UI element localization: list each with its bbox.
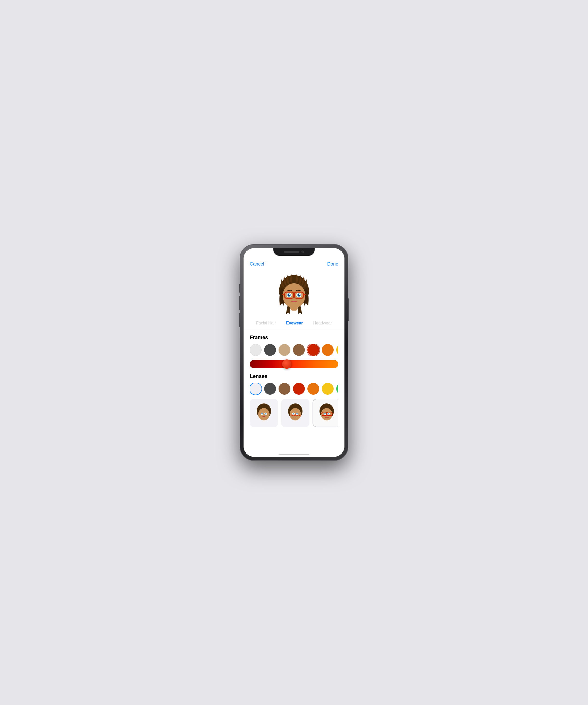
svg-point-23 xyxy=(265,413,266,415)
frames-section-title: Frames xyxy=(250,334,338,340)
svg-line-6 xyxy=(283,295,285,295)
svg-line-7 xyxy=(303,295,305,295)
swatch-dark-gray[interactable] xyxy=(264,344,276,356)
lenses-swatch-clear[interactable] xyxy=(250,383,262,395)
svg-point-16 xyxy=(292,297,293,299)
svg-point-19 xyxy=(258,408,270,420)
svg-point-27 xyxy=(293,413,294,415)
frames-slider-track[interactable] xyxy=(250,360,338,368)
done-button[interactable]: Done xyxy=(327,262,338,267)
thumbnail-full-frame-svg xyxy=(315,402,338,425)
svg-point-1 xyxy=(283,283,305,308)
lenses-swatch-red[interactable] xyxy=(293,383,305,395)
volume-up-button[interactable] xyxy=(239,296,240,310)
svg-point-11 xyxy=(289,294,290,295)
speaker xyxy=(284,251,300,253)
home-bar xyxy=(279,454,309,455)
avatar-area xyxy=(243,270,345,319)
tab-bar: Facial Hair Eyewear Headwear xyxy=(243,319,345,330)
cancel-button[interactable]: Cancel xyxy=(250,262,264,267)
lenses-swatch-dark-gray[interactable] xyxy=(264,383,276,395)
swatch-tan[interactable] xyxy=(279,344,290,356)
scroll-content: Frames xyxy=(243,330,345,449)
screen: Cancel Done xyxy=(243,248,345,457)
home-indicator xyxy=(243,449,345,457)
notch xyxy=(273,248,315,256)
volume-down-button[interactable] xyxy=(239,313,240,327)
lenses-swatch-brown[interactable] xyxy=(279,383,290,395)
tab-headwear[interactable]: Headwear xyxy=(308,319,337,328)
front-camera xyxy=(302,250,304,253)
header: Cancel Done xyxy=(243,260,345,270)
tab-facial-hair[interactable]: Facial Hair xyxy=(251,319,281,328)
mute-button[interactable] xyxy=(239,284,240,292)
thumbnail-half-frame-svg xyxy=(284,402,307,425)
thumbnail-no-glasses-svg xyxy=(252,402,275,425)
svg-rect-2 xyxy=(290,306,298,311)
thumbnail-full-frame[interactable] xyxy=(313,399,338,427)
lenses-swatch-yellow[interactable] xyxy=(322,383,334,395)
lenses-color-swatches xyxy=(250,383,338,395)
memoji-avatar xyxy=(273,273,315,314)
svg-point-29 xyxy=(296,413,298,415)
svg-point-15 xyxy=(299,294,300,295)
svg-point-36 xyxy=(328,413,329,415)
thumbnail-half-frame[interactable] xyxy=(281,399,309,427)
thumbnail-no-glasses[interactable] xyxy=(250,399,278,427)
style-thumbnails xyxy=(250,399,338,427)
swatch-yellow[interactable] xyxy=(336,344,338,356)
svg-point-21 xyxy=(261,413,263,415)
lenses-section-title: Lenses xyxy=(250,373,338,379)
lenses-swatch-green[interactable] xyxy=(336,383,338,395)
frames-slider-thumb[interactable] xyxy=(282,360,291,369)
phone-device: Cancel Done xyxy=(240,244,348,461)
frames-slider-container xyxy=(250,360,338,368)
svg-point-34 xyxy=(324,413,326,415)
power-button[interactable] xyxy=(348,298,349,321)
app-content: Cancel Done xyxy=(243,260,345,457)
svg-point-17 xyxy=(295,297,296,299)
swatch-brown[interactable] xyxy=(293,344,305,356)
lenses-swatch-orange[interactable] xyxy=(307,383,319,395)
swatch-red[interactable] xyxy=(307,344,319,356)
swatch-white[interactable] xyxy=(250,344,262,356)
frames-color-swatches xyxy=(250,344,338,356)
swatch-orange[interactable] xyxy=(322,344,334,356)
screen-content: Cancel Done xyxy=(243,248,345,457)
tab-eyewear[interactable]: Eyewear xyxy=(281,319,308,328)
memoji-face-svg xyxy=(273,273,315,314)
